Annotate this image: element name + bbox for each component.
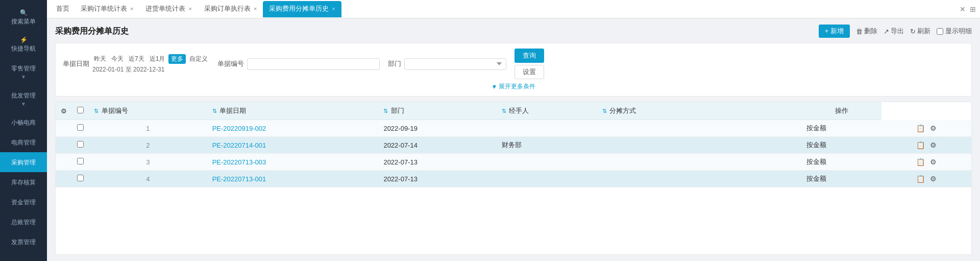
- maximize-icon[interactable]: ⊞: [970, 5, 976, 13]
- edit-icon[interactable]: 📋: [916, 158, 925, 166]
- select-all-checkbox[interactable]: [77, 107, 84, 113]
- tab-bar-right: ✕ ⊞: [960, 5, 976, 13]
- more-icon[interactable]: ⚙: [930, 124, 937, 132]
- row-dept: [497, 120, 597, 137]
- sort-icon-doc-date: ⇅: [212, 108, 217, 114]
- dept-select[interactable]: 财务部: [404, 58, 506, 70]
- sidebar-item-ecommerce[interactable]: 电商管理: [0, 132, 47, 152]
- shortcut-custom[interactable]: 自定义: [188, 54, 209, 64]
- col-doc-date[interactable]: ⇅ 单据日期: [207, 102, 379, 120]
- refresh-icon: ↻: [910, 28, 916, 35]
- row-handler: [597, 120, 801, 137]
- sidebar-item-wholesale[interactable]: 批发管理 ▼: [0, 85, 47, 112]
- sidebar-item-search[interactable]: 🔍 搜索菜单: [0, 4, 47, 31]
- show-labels-checkbox[interactable]: [937, 28, 943, 35]
- close-tab-purchase-cost-history[interactable]: ×: [332, 6, 335, 12]
- doc-no-input[interactable]: [247, 58, 380, 70]
- main-area: 首页 采购订单统计表 × 进货单统计表 × 采购订单执行表 × 采购费用分摊单历…: [47, 0, 980, 261]
- doc-no-link[interactable]: PE-20220713-001: [212, 175, 266, 183]
- shortcut-more[interactable]: 更多: [168, 54, 186, 64]
- filter-setting-button[interactable]: 设置: [514, 65, 544, 79]
- more-icon[interactable]: ⚙: [930, 141, 937, 149]
- row-checkbox[interactable]: [77, 141, 84, 148]
- close-tab-purchase-order-stats[interactable]: ×: [130, 6, 133, 12]
- table-header-row: ⚙ ⇅ 单据编号 ⇅ 单据日期 ⇅: [56, 102, 971, 120]
- row-number: 2: [89, 137, 207, 154]
- close-tab-goods-stats[interactable]: ×: [188, 6, 191, 12]
- row-doc-no: PE-20220713-001: [207, 171, 379, 187]
- shortcut-7days[interactable]: 近7天: [127, 54, 146, 64]
- doc-no-label: 单据编号: [217, 59, 244, 68]
- add-button[interactable]: + 新增: [819, 25, 850, 38]
- shortcut-yesterday[interactable]: 昨天: [92, 54, 108, 64]
- row-doc-no: PE-20220714-001: [207, 137, 379, 154]
- col-handler[interactable]: ⇅ 经手人: [497, 102, 597, 120]
- table-row: 3 PE-20220713-003 2022-07-13 按金额 📋 ⚙: [56, 154, 971, 171]
- show-labels-toggle[interactable]: 显示明细: [937, 27, 972, 36]
- col-split-method[interactable]: ⇅ 分摊方式: [597, 102, 801, 120]
- sidebar-item-purchase[interactable]: 采购管理: [0, 152, 47, 172]
- tab-home[interactable]: 首页: [51, 1, 75, 17]
- shortcut-1month[interactable]: 近1月: [148, 54, 167, 64]
- tab-goods-stats[interactable]: 进货单统计表 ×: [139, 1, 198, 17]
- tab-purchase-order-exec[interactable]: 采购订单执行表 ×: [198, 1, 263, 17]
- row-dept: [497, 171, 597, 187]
- query-button[interactable]: 查询: [514, 49, 544, 63]
- row-doc-date: 2022-07-13: [378, 171, 496, 187]
- edit-icon[interactable]: 📋: [916, 175, 925, 183]
- row-settings-cell: [56, 154, 72, 171]
- doc-no-link[interactable]: PE-20220713-003: [212, 158, 266, 166]
- date-range-display: 2022-01-01 至 2022-12-31: [92, 65, 209, 74]
- row-dept: [497, 154, 597, 171]
- col-dept[interactable]: ⇅ 部门: [378, 102, 496, 120]
- row-checkbox[interactable]: [77, 158, 84, 164]
- row-checkbox-cell[interactable]: [72, 171, 89, 187]
- edit-icon[interactable]: 📋: [916, 141, 925, 149]
- sort-icon-dept: ⇅: [383, 108, 388, 114]
- expand-conditions-button[interactable]: ▼ 展开更多条件: [492, 82, 536, 91]
- tab-purchase-order-stats[interactable]: 采购订单统计表 ×: [75, 1, 139, 17]
- row-split-method: 按金额: [801, 137, 882, 154]
- row-split-method: 按金额: [801, 171, 882, 187]
- row-number: 1: [89, 120, 207, 137]
- filter-area: 单据日期 昨天 今天 近7天 近1月 更多 自定义 2022-01-01 至 2…: [55, 43, 972, 97]
- row-settings-cell: [56, 171, 72, 187]
- shortcut-today[interactable]: 今天: [110, 54, 125, 64]
- refresh-button[interactable]: ↻ 刷新: [910, 27, 930, 36]
- sidebar-item-finance[interactable]: 资金管理: [0, 192, 47, 212]
- row-number: 4: [89, 171, 207, 187]
- row-handler: [597, 154, 801, 171]
- data-table-container: ⚙ ⇅ 单据编号 ⇅ 单据日期 ⇅: [55, 102, 972, 255]
- close-all-tabs-icon[interactable]: ✕: [960, 5, 966, 13]
- filter-row: 单据日期 昨天 今天 近7天 近1月 更多 自定义 2022-01-01 至 2…: [63, 49, 964, 79]
- row-settings-cell: [56, 137, 72, 154]
- close-tab-purchase-order-exec[interactable]: ×: [254, 6, 257, 12]
- sidebar-item-mobile[interactable]: 小畅电商: [0, 112, 47, 132]
- sidebar-item-retail[interactable]: 零售管理 ▼: [0, 58, 47, 85]
- more-icon[interactable]: ⚙: [930, 175, 937, 183]
- doc-no-link[interactable]: PE-20220714-001: [212, 141, 266, 149]
- sidebar-item-inventory[interactable]: 库存核算: [0, 172, 47, 192]
- export-button[interactable]: ↗ 导出: [884, 27, 904, 36]
- col-doc-no[interactable]: ⇅ 单据编号: [89, 102, 207, 120]
- delete-button[interactable]: 🗑 删除: [856, 27, 877, 36]
- row-checkbox[interactable]: [77, 175, 84, 181]
- table-row: 4 PE-20220713-001 2022-07-13 按金额 📋 ⚙: [56, 171, 971, 187]
- row-number: 3: [89, 154, 207, 171]
- more-icon[interactable]: ⚙: [930, 158, 937, 166]
- row-checkbox-cell[interactable]: [72, 137, 89, 154]
- edit-icon[interactable]: 📋: [916, 124, 925, 132]
- date-filter-group: 单据日期 昨天 今天 近7天 近1月 更多 自定义 2022-01-01 至 2…: [63, 54, 209, 74]
- search-menu-icon: 🔍: [20, 9, 28, 16]
- doc-no-link[interactable]: PE-20220919-002: [212, 125, 266, 132]
- delete-icon: 🗑: [856, 28, 863, 35]
- col-settings[interactable]: ⚙: [56, 102, 72, 120]
- tab-purchase-cost-history[interactable]: 采购费用分摊单历史 ×: [263, 1, 341, 17]
- sidebar-item-ledger[interactable]: 总账管理: [0, 212, 47, 232]
- row-checkbox[interactable]: [77, 124, 84, 131]
- page-content: 采购费用分摊单历史 + 新增 🗑 删除 ↗ 导出 ↻ 刷新 显示明细: [47, 18, 980, 261]
- sidebar-item-quick-nav[interactable]: ⚡ 快捷导航: [0, 31, 47, 58]
- sidebar-item-invoice[interactable]: 发票管理: [0, 232, 47, 252]
- row-checkbox-cell[interactable]: [72, 154, 89, 171]
- row-checkbox-cell[interactable]: [72, 120, 89, 137]
